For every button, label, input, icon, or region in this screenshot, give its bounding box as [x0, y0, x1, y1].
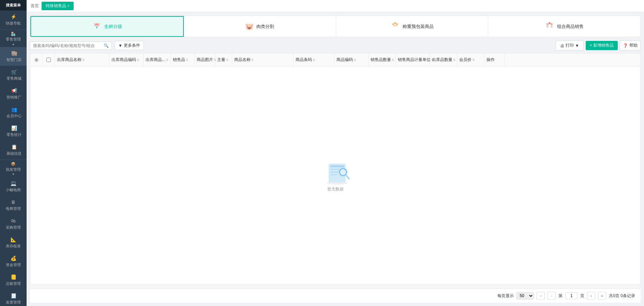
th-sale-item-label: 销售品 [173, 57, 185, 63]
th-unit[interactable]: 主量 ⇅ [215, 53, 232, 66]
sales-promo-icon: 📢 [11, 88, 17, 93]
sort-barcode[interactable]: ⇅ [313, 58, 315, 62]
combo-sales-icon [545, 21, 554, 31]
ecommerce-mgmt-icon: 🖥 [11, 199, 16, 205]
print-btn[interactable]: 🖨 打印 ▼ [556, 41, 584, 50]
new-btn[interactable]: + 新增销售品 [586, 41, 618, 50]
sidebar-item-invoice-mgmt[interactable]: 🧾 发票管理 [0, 290, 27, 306]
svg-point-16 [36, 59, 37, 61]
help-label: 帮助 [629, 43, 638, 48]
th-barcode[interactable]: 商品条码 ⇅ [294, 53, 334, 66]
page-input[interactable] [565, 292, 578, 299]
member-center-icon: 👥 [11, 107, 17, 112]
sidebar-item-wholesale-mgmt[interactable]: 📦 批发管理 ▼ [0, 159, 27, 177]
th-out-name[interactable]: 出库商品名称 ⇅ [55, 53, 109, 66]
sidebar-item-base-info[interactable]: 📋 基础信息 [0, 141, 27, 159]
sort-sale-item[interactable]: ⇅ [186, 58, 189, 62]
th-settings[interactable] [30, 53, 43, 66]
svg-point-13 [551, 23, 553, 25]
th-product-img[interactable]: 商品图片 ⇅ [195, 53, 215, 66]
sort-member-price[interactable]: ⇅ [472, 58, 475, 62]
svg-point-3 [94, 23, 95, 25]
active-tab[interactable]: 特殊销售品 × [42, 2, 74, 10]
sidebar-item-member-center[interactable]: 👥 会员中心 [0, 103, 27, 122]
sidebar-item-retail-mall[interactable]: 🛒 零售商城 [0, 66, 27, 85]
sort-out-spec[interactable]: ⇅ [166, 58, 169, 62]
th-checkbox[interactable] [43, 53, 55, 66]
tab-weight-package-label: 称重预包装商品 [403, 24, 434, 30]
search-input[interactable] [33, 43, 104, 48]
th-sale-unit[interactable]: 销售商品计量单位 ⇅ [396, 53, 430, 66]
svg-line-25 [346, 175, 349, 179]
quick-nav-icon: ⚡ [11, 14, 16, 19]
th-sale-qty[interactable]: 销售品数量 ⇅ [369, 53, 396, 66]
tab-fresh-grade[interactable]: 生鲜分级 [30, 16, 184, 37]
sort-product-name[interactable]: ⇅ [251, 58, 254, 62]
help-icon: ❓ [623, 43, 628, 48]
th-out-code-label: 出库商品编码 [111, 57, 136, 63]
sidebar-item-quick-nav[interactable]: ⚡ 快捷导航 [0, 11, 27, 29]
sidebar-item-ecommerce-mgmt[interactable]: 🖥 电商管理 [0, 196, 27, 215]
capital-mgmt-icon: 💰 [11, 256, 16, 261]
sidebar-item-mini-ecommerce[interactable]: 💻 小畅电商 [0, 177, 27, 196]
sidebar-item-sales-promo[interactable]: 📢 营销推广 [0, 85, 27, 103]
th-product-code[interactable]: 商品编码 ⇅ [334, 53, 369, 66]
prev-page-btn[interactable]: ‹ [548, 292, 556, 300]
sidebar-logo[interactable]: 搜索菜单 [0, 0, 27, 11]
sidebar-label-invoice-mgmt: 发票管理 [6, 300, 21, 305]
retail-stats-icon: 📊 [11, 125, 17, 131]
sidebar-item-inventory-check[interactable]: 📐 库存核算 [0, 233, 27, 252]
tab-close-btn[interactable]: × [68, 4, 70, 8]
table-scroll-x[interactable] [30, 285, 641, 289]
breadcrumb-home[interactable]: 首页 [31, 3, 39, 9]
search-icon[interactable]: 🔍 [104, 43, 109, 48]
last-page-btn[interactable]: » [598, 292, 606, 300]
sidebar-item-retail-stats[interactable]: 📊 零售统计 [0, 122, 27, 141]
tab-meat-cut[interactable]: 🐷 肉类分割 [184, 16, 336, 37]
help-btn[interactable]: ❓ 帮助 [620, 41, 641, 50]
sidebar-item-capital-mgmt[interactable]: 💰 资金管理 [0, 252, 27, 271]
first-page-btn[interactable]: « [537, 292, 545, 300]
sidebar-item-general-ledger[interactable]: 📒 总账管理 [0, 271, 27, 290]
th-product-name[interactable]: 商品名称 ⇅ [232, 53, 294, 66]
type-tabs: 生鲜分级 🐷 肉类分割 称重预包装商品 [30, 16, 641, 37]
th-product-code-label: 商品编码 [336, 57, 353, 63]
sort-out-name[interactable]: ⇅ [82, 58, 85, 62]
main-content: 首页 特殊销售品 × 生鲜分 [27, 0, 644, 306]
th-out-spec[interactable]: 出库商品... ⇅ [144, 53, 171, 66]
tab-weight-package[interactable]: 称重预包装商品 [336, 16, 489, 37]
filter-btn[interactable]: ▼ 更多条件 [115, 41, 144, 50]
sidebar-label-quick-nav: 快捷导航 [6, 21, 21, 26]
toolbar-left: 🔍 ▼ 更多条件 [30, 41, 144, 50]
svg-point-10 [395, 25, 397, 27]
search-box[interactable]: 🔍 [30, 42, 112, 50]
th-member-price[interactable]: 会员价 ⇅ [457, 53, 484, 66]
sort-out-code[interactable]: ⇅ [137, 58, 139, 62]
retail-mall-icon: 🛒 [11, 69, 17, 75]
sidebar-label-base-info: 基础信息 [6, 151, 21, 156]
sidebar-item-retail-mgmt[interactable]: 🏪 零售管理 ▲ [0, 29, 27, 47]
th-out-code[interactable]: 出库商品编码 ⇅ [109, 53, 144, 66]
tab-combo-sales[interactable]: 组合商品销售 [488, 16, 640, 37]
th-out-qty[interactable]: 出库品数量 ⇅ [430, 53, 457, 66]
print-arrow: ▼ [575, 43, 579, 48]
svg-point-11 [546, 23, 549, 25]
page-size-select[interactable]: 10 20 50 100 [516, 292, 534, 300]
sort-out-qty[interactable]: ⇅ [453, 58, 456, 62]
th-out-qty-label: 出库品数量 [432, 57, 452, 63]
sidebar-label-inventory-check: 库存核算 [6, 244, 21, 249]
sort-sale-qty[interactable]: ⇅ [392, 58, 394, 62]
wholesale-mgmt-icon: 📦 [11, 162, 16, 166]
sort-unit[interactable]: ⇅ [226, 58, 229, 62]
th-sale-item[interactable]: 销售品 ⇅ [171, 53, 195, 66]
next-page-btn[interactable]: › [587, 292, 595, 300]
page-label: 页 [580, 293, 584, 299]
sidebar-item-smart-store[interactable]: 🏬 智慧门店 [0, 47, 27, 66]
svg-point-15 [551, 26, 553, 28]
fresh-grade-icon [92, 21, 102, 31]
sort-product-code[interactable]: ⇅ [354, 58, 356, 62]
select-all-checkbox[interactable] [46, 58, 51, 62]
sidebar-item-purchase-mgmt[interactable]: 🛍 采购管理 [0, 215, 27, 233]
sidebar-label-mini-ecommerce: 小畅电商 [6, 187, 21, 193]
base-info-icon: 📋 [11, 144, 17, 150]
